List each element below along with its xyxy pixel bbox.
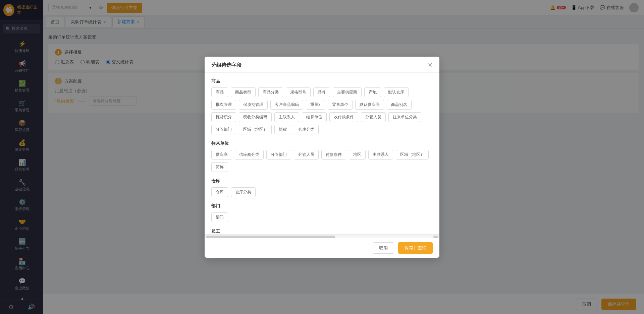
field-section-department: 部门部门 [211,203,433,222]
field-section-title-counterparty: 往来单位 [211,140,433,146]
field-tag-税收分类编码[interactable]: 税收分类编码 [239,112,272,122]
field-tag-主联系人[interactable]: 主联系人 [274,112,299,122]
field-tag-主要供应商[interactable]: 主要供应商 [333,87,362,97]
field-tag-供应商[interactable]: 供应商 [211,150,232,160]
field-tag-仓库[interactable]: 仓库 [211,187,228,197]
field-tags-warehouse: 仓库仓库分类 [211,187,433,197]
modal-title: 分组待选字段 [211,62,241,68]
field-select-modal: 分组待选字段 ✕ 商品商品商品类型商品分类规格型号品牌主要供应商产地默认仓库批次… [205,57,439,258]
field-tag-批次管理[interactable]: 批次管理 [211,100,236,110]
field-tag-分管部门[interactable]: 分管部门 [211,125,236,134]
field-tag-简称[interactable]: 简称 [211,162,228,172]
field-tags-product: 商品商品类型商品分类规格型号品牌主要供应商产地默认仓库批次管理保质期管理客户商品… [211,87,433,134]
field-section-title-product: 商品 [211,78,433,84]
field-tag-分管部门[interactable]: 分管部门 [266,150,291,160]
field-tag-区域（地区）[interactable]: 区域（地区） [396,150,429,160]
field-tag-规格型号[interactable]: 规格型号 [286,87,311,97]
field-tag-区域（地区）[interactable]: 区域（地区） [239,125,272,134]
field-tag-主联系人[interactable]: 主联系人 [368,150,393,160]
modal-body: 商品商品商品类型商品分类规格型号品牌主要供应商产地默认仓库批次管理保质期管理客户… [205,73,439,235]
cancel-button[interactable]: 取消 [373,242,394,254]
save-query-button[interactable]: 保存并查询 [398,242,433,254]
field-section-title-warehouse: 仓库 [211,178,433,184]
field-tag-保质期管理[interactable]: 保质期管理 [239,100,268,110]
field-tag-商品类型[interactable]: 商品类型 [231,87,256,97]
field-tag-拣货积分[interactable]: 拣货积分 [211,112,236,122]
field-tag-分管人员[interactable]: 分管人员 [294,150,319,160]
field-tags-counterparty: 供应商供应商分类分管部门分管人员付款条件地区主联系人区域（地区）简称 [211,150,433,172]
modal-hscroll[interactable] [205,234,439,238]
field-section-title-department: 部门 [211,203,433,209]
field-tag-产地[interactable]: 产地 [364,87,381,97]
field-tag-结算单位[interactable]: 结算单位 [302,112,327,122]
modal-footer: 取消 保存并查询 [205,238,439,258]
field-section-product: 商品商品商品类型商品分类规格型号品牌主要供应商产地默认仓库批次管理保质期管理客户… [211,78,433,134]
field-tag-零售单位[interactable]: 零售单位 [328,100,353,110]
field-tag-默认仓库[interactable]: 默认仓库 [384,87,409,97]
modal-header: 分组待选字段 ✕ [205,57,439,73]
modal-close-icon[interactable]: ✕ [428,62,433,68]
field-tag-仓库分类[interactable]: 仓库分类 [231,187,256,197]
field-tag-付款条件[interactable]: 付款条件 [321,150,346,160]
field-tag-部门[interactable]: 部门 [211,212,228,222]
field-tag-简称[interactable]: 简称 [274,125,291,134]
field-section-counterparty: 往来单位供应商供应商分类分管部门分管人员付款条件地区主联系人区域（地区）简称 [211,140,433,172]
field-tag-商品分类[interactable]: 商品分类 [258,87,283,97]
field-tag-供应商分类[interactable]: 供应商分类 [235,150,264,160]
modal-overlay: 分组待选字段 ✕ 商品商品商品类型商品分类规格型号品牌主要供应商产地默认仓库批次… [0,0,644,314]
field-section-warehouse: 仓库仓库仓库分类 [211,178,433,197]
field-tag-重量3[interactable]: 重量3 [306,100,325,110]
field-tag-仓库分类[interactable]: 仓库分类 [294,125,319,134]
field-section-title-employee: 员工 [211,228,433,234]
field-section-employee: 员工业务员 [211,228,433,235]
hscroll-thumb [206,236,335,238]
field-tag-默认供应商[interactable]: 默认供应商 [355,100,384,110]
field-tag-品牌[interactable]: 品牌 [313,87,330,97]
field-tags-department: 部门 [211,212,433,222]
field-tag-往来单位分类[interactable]: 往来单位分类 [388,112,421,122]
field-tag-收付款条件[interactable]: 收付款条件 [329,112,358,122]
hscroll-right [433,236,438,238]
field-tag-客户商品编码[interactable]: 客户商品编码 [270,100,303,110]
field-tag-分管人员[interactable]: 分管人员 [361,112,386,122]
field-tag-地区[interactable]: 地区 [349,150,366,160]
field-tag-商品[interactable]: 商品 [211,87,228,97]
field-tag-商品别名[interactable]: 商品别名 [387,100,412,110]
